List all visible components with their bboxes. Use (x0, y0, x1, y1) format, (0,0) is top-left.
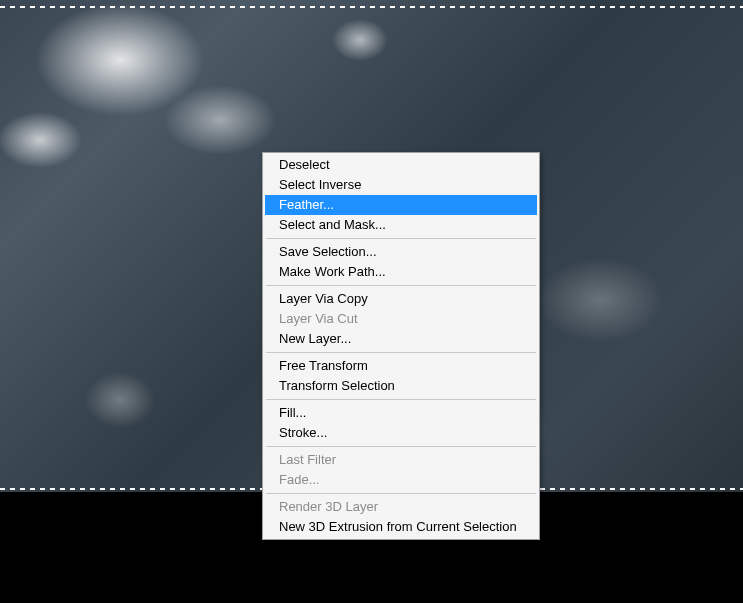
menu-separator (266, 399, 536, 400)
menu-separator (266, 238, 536, 239)
menu-separator (266, 493, 536, 494)
menu-item-stroke[interactable]: Stroke... (265, 423, 537, 443)
menu-item-render-3d-layer: Render 3D Layer (265, 497, 537, 517)
menu-item-last-filter: Last Filter (265, 450, 537, 470)
menu-item-select-and-mask[interactable]: Select and Mask... (265, 215, 537, 235)
menu-separator (266, 285, 536, 286)
menu-item-select-inverse[interactable]: Select Inverse (265, 175, 537, 195)
menu-item-new-layer[interactable]: New Layer... (265, 329, 537, 349)
menu-item-make-work-path[interactable]: Make Work Path... (265, 262, 537, 282)
menu-item-fill[interactable]: Fill... (265, 403, 537, 423)
menu-item-deselect[interactable]: Deselect (265, 155, 537, 175)
menu-separator (266, 446, 536, 447)
canvas-area[interactable]: DeselectSelect InverseFeather...Select a… (0, 0, 743, 603)
menu-item-layer-via-copy[interactable]: Layer Via Copy (265, 289, 537, 309)
menu-item-fade: Fade... (265, 470, 537, 490)
menu-item-layer-via-cut: Layer Via Cut (265, 309, 537, 329)
menu-separator (266, 352, 536, 353)
context-menu[interactable]: DeselectSelect InverseFeather...Select a… (262, 152, 540, 540)
menu-item-save-selection[interactable]: Save Selection... (265, 242, 537, 262)
menu-item-free-transform[interactable]: Free Transform (265, 356, 537, 376)
menu-item-transform-selection[interactable]: Transform Selection (265, 376, 537, 396)
menu-item-new-3d-extrusion[interactable]: New 3D Extrusion from Current Selection (265, 517, 537, 537)
menu-item-feather[interactable]: Feather... (265, 195, 537, 215)
